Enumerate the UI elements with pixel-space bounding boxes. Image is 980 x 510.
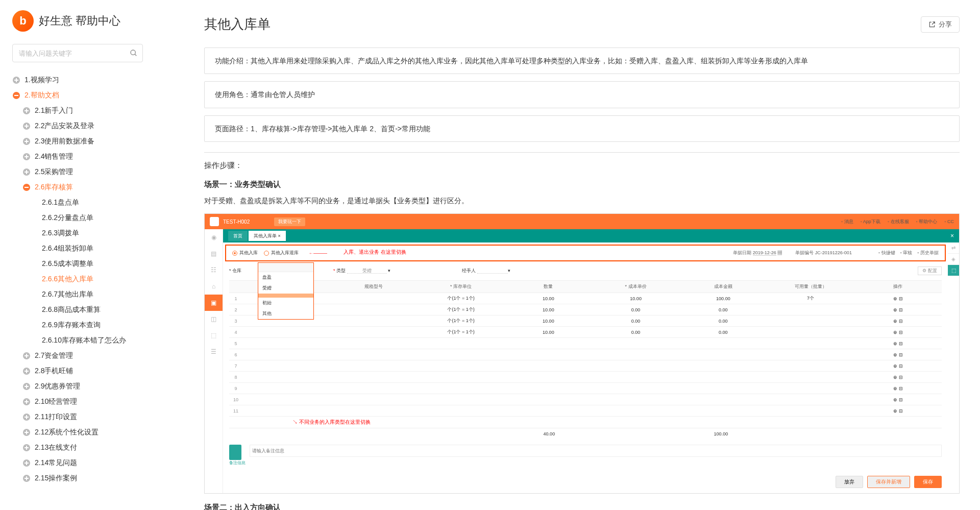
ss-nav-icon[interactable]: ▤ <box>205 246 223 262</box>
nav-item[interactable]: 2.6.6其他入库单 <box>12 272 143 287</box>
nav-label: 2.3使用前数据准备 <box>35 137 94 146</box>
table-row[interactable]: 4个(1个 = 1个)10.000.000.00⊕ ⊟ <box>229 327 942 338</box>
ss-toolbar-item[interactable]: ▫ 审核 <box>900 250 913 256</box>
nav-item[interactable]: 2.10经营管理 <box>12 394 143 409</box>
nav-item[interactable]: 2.4销售管理 <box>12 149 143 164</box>
plus-icon <box>22 474 31 482</box>
tool-icon[interactable]: ⬚ <box>948 265 959 276</box>
ss-nav-icon[interactable]: ☷ <box>205 262 223 278</box>
ss-top-link[interactable]: ◦ CC <box>944 219 954 224</box>
table-row[interactable]: 8⊕ ⊟ <box>229 372 942 383</box>
plus-icon <box>22 398 31 406</box>
nav-label: 2.12系统个性化设置 <box>35 428 99 437</box>
ss-top-link[interactable]: ◦ App下载 <box>861 218 880 225</box>
role-box: 使用角色：通常由仓管人员维护 <box>204 81 960 108</box>
ss-tab[interactable]: 首页 <box>228 231 248 241</box>
nav-item[interactable]: 2.14常见问题 <box>12 455 143 471</box>
ss-topbar: TEST-H002 我要玩一下 ◦ 消息◦ App下载◦ 在线客服◦ 帮助中心◦… <box>205 214 959 229</box>
ss-form-row: * 仓库 盘盈 受赠 初始 其他 * 类型 受赠 ▾ <box>223 263 948 278</box>
logo[interactable]: b 好生意 帮助中心 <box>12 10 143 32</box>
nav-item[interactable]: 2.5采购管理 <box>12 164 143 180</box>
table-row[interactable]: 7⊕ ⊟ <box>229 360 942 372</box>
ss-nav-icon[interactable]: ⬚ <box>205 327 223 344</box>
svg-line-1 <box>135 54 136 56</box>
tool-icon[interactable]: ◈ <box>948 254 959 265</box>
ss-toolbar-item[interactable]: ▫ 历史单据 <box>917 250 939 256</box>
table-row[interactable]: 1个(1个 = 1个)10.0010.00100.007个⊕ ⊟ <box>229 293 942 304</box>
ss-company: TEST-H002 <box>223 219 250 225</box>
plus-icon <box>22 352 31 360</box>
nav-item[interactable]: 2.6.8商品成本重算 <box>12 302 143 318</box>
share-label: 分享 <box>939 20 952 29</box>
scene1-text: 对于受赠、盘盈或是拆装入库等不同的业务，是通过单据头【业务类型】进行区分。 <box>204 195 960 207</box>
ss-radio-return[interactable]: 其他入库退库 <box>264 250 299 256</box>
ss-nav-icon[interactable]: ◫ <box>205 311 223 327</box>
nav-label: 2.帮助文档 <box>24 91 59 100</box>
table-row[interactable]: 6⊕ ⊟ <box>229 349 942 360</box>
table-row[interactable]: 5⊕ ⊟ <box>229 338 942 349</box>
nav-item[interactable]: 2.6.9库存账本查询 <box>12 318 143 333</box>
ss-save-btn[interactable]: 保存 <box>914 476 942 488</box>
nav-item[interactable]: 2.6.2分量盘点单 <box>12 210 143 226</box>
nav-item[interactable]: 2.1新手入门 <box>12 103 143 118</box>
nav-item[interactable]: 2.15操作案例 <box>12 471 143 486</box>
table-row[interactable]: 3个(1个 = 1个)10.000.000.00⊕ ⊟ <box>229 315 942 327</box>
search-input[interactable] <box>12 44 143 62</box>
nav-item[interactable]: 2.6.7其他出库单 <box>12 287 143 302</box>
nav-item[interactable]: 2.8手机旺铺 <box>12 363 143 379</box>
nav-item[interactable]: 2.9优惠券管理 <box>12 379 143 394</box>
nav-item[interactable]: 2.2产品安装及登录 <box>12 118 143 134</box>
ss-col-header: 可用量（批量） <box>767 281 854 293</box>
ss-nav-icon[interactable]: ⌂ <box>205 278 223 295</box>
nav-item[interactable]: 2.6.5成本调整单 <box>12 256 143 272</box>
nav-item[interactable]: 2.7资金管理 <box>12 348 143 363</box>
ss-top-button[interactable]: 我要玩一下 <box>274 217 305 226</box>
ss-memo-input[interactable] <box>250 445 942 457</box>
plus-icon <box>22 382 31 391</box>
table-row[interactable]: 11⊕ ⊟ <box>229 405 942 417</box>
ss-nav-icon[interactable]: ◉ <box>205 229 223 246</box>
nav-item[interactable]: 2.6库存核算 <box>12 180 143 195</box>
share-button[interactable]: 分享 <box>921 16 960 33</box>
ss-discard-btn[interactable]: 放弃 <box>836 476 863 488</box>
ss-dropdown[interactable]: 盘盈 受赠 初始 其他 <box>258 262 314 320</box>
nav-label: 2.14常见问题 <box>35 458 77 468</box>
ss-top-link[interactable]: ◦ 帮助中心 <box>916 218 938 225</box>
nav-label: 2.15操作案例 <box>35 474 77 483</box>
nav-item[interactable]: 2.6.4组装拆卸单 <box>12 241 143 256</box>
nav-item[interactable]: 2.6.10库存账本错了怎么办 <box>12 333 143 348</box>
close-icon[interactable]: × <box>950 232 954 239</box>
nav-item[interactable]: 2.13在线支付 <box>12 440 143 455</box>
ss-nav-icon[interactable]: ☰ <box>205 344 223 360</box>
ss-top-right: ◦ 消息◦ App下载◦ 在线客服◦ 帮助中心◦ CC <box>841 218 954 225</box>
table-row[interactable]: 9⊕ ⊟ <box>229 383 942 394</box>
ss-date: 单据日期 2019-12-26 ▦ <box>733 250 782 256</box>
nav-item[interactable]: 2.12系统个性化设置 <box>12 425 143 440</box>
main-content: 其他入库单 分享 功能介绍：其他入库单用来处理除采购入库、产成品入库之外的其他入… <box>153 0 980 510</box>
scene2-title: 场景二：出入方向确认 <box>204 503 960 510</box>
table-row[interactable]: 2个(1个 = 1个)10.000.000.00⊕ ⊟ <box>229 304 942 315</box>
nav-item[interactable]: 2.3使用前数据准备 <box>12 134 143 149</box>
ss-nav-icon[interactable]: ▣ <box>205 295 223 311</box>
minus-icon <box>12 91 20 100</box>
ss-top-link[interactable]: ◦ 消息 <box>841 218 853 225</box>
search-icon[interactable] <box>130 49 138 57</box>
table-row[interactable]: 10⊕ ⊟ <box>229 394 942 405</box>
sidebar: b 好生意 帮助中心 1.视频学习2.帮助文档2.1新手入门2.2产品安装及登录… <box>0 0 153 510</box>
ss-top-link[interactable]: ◦ 在线客服 <box>888 218 909 225</box>
ss-radio-in[interactable]: 其他入库 <box>232 250 258 256</box>
ss-type-row: 其他入库 其他入库退库 ←——— 入库、退出业务 在这里切换 单据日期 2019… <box>225 245 946 261</box>
nav-item[interactable]: 2.帮助文档 <box>12 88 143 103</box>
ss-config-btn[interactable]: ⚙ 配置 <box>918 266 942 275</box>
nav-item[interactable]: 2.6.3调拨单 <box>12 226 143 241</box>
nav-item[interactable]: 2.6.1盘点单 <box>12 195 143 210</box>
ss-tab[interactable]: 其他入库单 × <box>249 231 286 241</box>
nav-item[interactable]: 2.11打印设置 <box>12 409 143 425</box>
embedded-screenshot: TEST-H002 我要玩一下 ◦ 消息◦ App下载◦ 在线客服◦ 帮助中心◦… <box>204 213 960 494</box>
tool-icon[interactable]: ⇄ <box>948 242 959 254</box>
ss-toolbar-item[interactable]: ▫ 快捷键 <box>878 250 895 256</box>
ss-col-header: 操作 <box>854 281 942 293</box>
ss-save-add-btn[interactable]: 保存并新增 <box>867 476 910 488</box>
nav-item[interactable]: 1.视频学习 <box>12 72 143 88</box>
path-label: 页面路径： <box>215 125 251 133</box>
